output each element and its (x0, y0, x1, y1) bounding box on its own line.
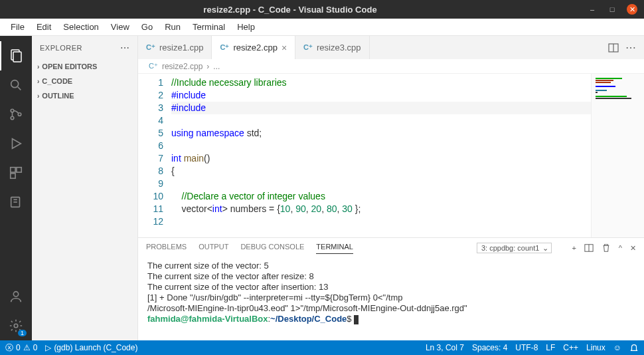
search-icon[interactable] (0, 70, 32, 100)
activity-bar: 1 (0, 36, 32, 340)
svg-rect-8 (11, 168, 15, 172)
more-actions-icon[interactable]: ⋯ (625, 41, 636, 54)
sidebar: EXPLORER ⋯ ›OPEN EDITORS›C_CODE›OUTLINE (32, 36, 138, 340)
svg-point-5 (11, 116, 14, 120)
settings-icon[interactable]: 1 (0, 311, 32, 340)
menu-selection[interactable]: Selection (58, 21, 104, 33)
cpp-file-icon: C⁺ (220, 43, 229, 52)
status-cursor[interactable]: Ln 3, Col 7 (426, 343, 464, 352)
chevron-down-icon: ⌄ (542, 244, 548, 253)
menu-view[interactable]: View (106, 21, 135, 33)
status-launch[interactable]: ▷ (gdb) Launch (C_Code) (45, 343, 137, 352)
panel-tabs: PROBLEMSOUTPUTDEBUG CONSOLETERMINAL 3: c… (138, 238, 644, 258)
statusbar: ⓧ0 ⚠0 ▷ (gdb) Launch (C_Code) Ln 3, Col … (0, 340, 644, 355)
terminal-selector[interactable]: 3: cppdbg: count1 ⌄ (477, 243, 552, 253)
sidebar-section-c_code[interactable]: ›C_CODE (32, 74, 137, 88)
explorer-icon[interactable] (0, 41, 32, 70)
tab-resize2-cpp[interactable]: C⁺resize2.cpp× (212, 36, 295, 59)
svg-point-15 (14, 324, 18, 328)
breadcrumb-sep: › (206, 62, 209, 71)
close-tab-icon[interactable]: × (282, 43, 287, 53)
status-os[interactable]: Linux (586, 343, 605, 352)
panel-tab-terminal[interactable]: TERMINAL (316, 243, 353, 254)
tab-resize1-cpp[interactable]: C⁺resize1.cpp (138, 36, 212, 59)
close-button[interactable]: ✕ (627, 4, 637, 15)
minimize-button[interactable]: – (587, 4, 598, 15)
notifications-icon[interactable] (629, 343, 639, 352)
panel-actions: + ^ ✕ (564, 243, 636, 253)
cpp-file-icon: C⁺ (146, 43, 155, 52)
status-eol[interactable]: LF (546, 343, 555, 352)
window-titlebar: resize2.cpp - C_Code - Visual Studio Cod… (0, 0, 644, 19)
settings-badge: 1 (18, 330, 27, 336)
code-content[interactable]: //Include necessary libraries#include #i… (171, 74, 591, 237)
close-panel-icon[interactable]: ✕ (630, 244, 636, 253)
feedback-icon[interactable]: ☺ (613, 343, 621, 352)
status-language[interactable]: C++ (563, 343, 578, 352)
split-editor-icon[interactable] (608, 43, 619, 53)
svg-point-2 (11, 80, 19, 88)
line-gutter: 123456789101112 (138, 74, 171, 237)
breadcrumb-rest: ... (213, 62, 220, 71)
menubar: FileEditSelectionViewGoRunTerminalHelp (0, 19, 644, 36)
kill-terminal-icon[interactable] (602, 243, 611, 253)
play-icon: ▷ (45, 343, 51, 352)
panel-tab-problems[interactable]: PROBLEMS (146, 243, 187, 253)
status-spaces[interactable]: Spaces: 4 (472, 343, 507, 352)
extensions-icon[interactable] (0, 158, 32, 187)
editor-tabs: C⁺resize1.cppC⁺resize2.cpp×C⁺resize3.cpp… (138, 36, 644, 59)
chevron-right-icon: › (37, 63, 39, 70)
editor-area: C⁺resize1.cppC⁺resize2.cpp×C⁺resize3.cpp… (138, 36, 644, 340)
source-control-icon[interactable] (0, 100, 32, 129)
svg-point-6 (18, 113, 21, 116)
menu-go[interactable]: Go (136, 21, 158, 33)
svg-point-14 (13, 292, 18, 296)
sidebar-section-outline[interactable]: ›OUTLINE (32, 88, 137, 103)
references-icon[interactable] (0, 187, 32, 217)
breadcrumb-file: resize2.cpp (162, 62, 202, 71)
panel-tab-debug-console[interactable]: DEBUG CONSOLE (240, 243, 304, 253)
maximize-panel-icon[interactable]: ^ (619, 244, 622, 252)
editor-body[interactable]: 123456789101112 //Include necessary libr… (138, 74, 644, 237)
tab-actions: ⋯ (600, 36, 644, 59)
tab-resize3-cpp[interactable]: C⁺resize3.cpp (295, 36, 369, 59)
warning-icon: ⚠ (23, 343, 31, 352)
menu-help[interactable]: Help (232, 21, 260, 33)
account-icon[interactable] (0, 282, 32, 311)
new-terminal-icon[interactable]: + (572, 244, 576, 252)
panel-tab-output[interactable]: OUTPUT (199, 243, 228, 253)
breadcrumb[interactable]: C⁺ resize2.cpp › ... (138, 59, 644, 74)
panel: PROBLEMSOUTPUTDEBUG CONSOLETERMINAL 3: c… (138, 237, 644, 340)
svg-rect-10 (11, 174, 15, 178)
chevron-right-icon: › (37, 92, 39, 100)
menu-edit[interactable]: Edit (31, 21, 56, 33)
svg-marker-7 (13, 139, 21, 149)
minimap[interactable] (591, 74, 644, 237)
status-errors[interactable]: ⓧ0 ⚠0 (5, 342, 37, 354)
sidebar-header: EXPLORER ⋯ (32, 36, 137, 59)
maximize-button[interactable]: □ (607, 4, 617, 15)
file-icon: C⁺ (149, 62, 158, 70)
split-terminal-icon[interactable] (584, 243, 594, 253)
error-icon: ⓧ (5, 342, 13, 354)
window-title: resize2.cpp - C_Code - Visual Studio Cod… (0, 5, 580, 15)
menu-file[interactable]: File (5, 21, 30, 33)
sidebar-title: EXPLORER (40, 44, 82, 52)
more-icon[interactable]: ⋯ (120, 43, 130, 53)
svg-line-3 (18, 87, 21, 90)
sidebar-section-open-editors[interactable]: ›OPEN EDITORS (32, 59, 137, 74)
terminal-output[interactable]: The current size of the vector: 5The cur… (138, 258, 644, 340)
menu-run[interactable]: Run (159, 21, 186, 33)
run-debug-icon[interactable] (0, 129, 32, 158)
svg-point-4 (11, 109, 14, 112)
svg-rect-1 (13, 52, 21, 62)
menu-terminal[interactable]: Terminal (187, 21, 230, 33)
svg-rect-9 (17, 168, 21, 172)
cpp-file-icon: C⁺ (303, 43, 313, 52)
window-controls: – □ ✕ (580, 4, 644, 15)
status-encoding[interactable]: UTF-8 (515, 343, 538, 352)
chevron-right-icon: › (37, 78, 39, 85)
